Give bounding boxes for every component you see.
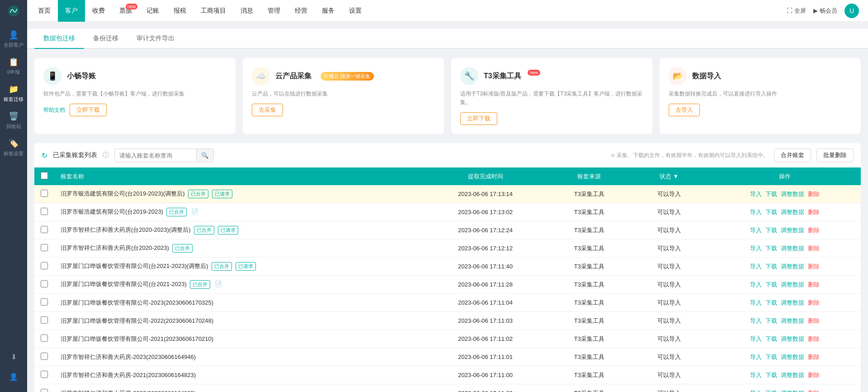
action-导入[interactable]: 导入 [750, 390, 762, 392]
sidebar-item-all-customer[interactable]: 👤 全部客户 [0, 25, 27, 53]
merge-btn[interactable]: 合并账套 [774, 148, 811, 162]
nav-item-message[interactable]: 消息 [233, 0, 260, 22]
action-调整数据[interactable]: 调整数据 [781, 335, 804, 342]
action-调整数据[interactable]: 调整数据 [781, 390, 804, 392]
nav-item-accounting[interactable]: 记账 [139, 0, 166, 22]
action-删除[interactable]: 删除 [808, 227, 820, 234]
action-下载[interactable]: 下载 [765, 317, 777, 324]
action-下载[interactable]: 下载 [765, 335, 777, 342]
nav-item-tax[interactable]: 报税 [166, 0, 193, 22]
nav-item-operation[interactable]: 经营 [288, 0, 315, 22]
action-删除[interactable]: 删除 [808, 390, 820, 392]
row-checkbox[interactable] [41, 389, 48, 392]
batch-delete-btn[interactable]: 批量删除 [816, 148, 854, 162]
search-input[interactable] [115, 152, 196, 159]
nav-item-fee[interactable]: 收费 [85, 0, 112, 22]
action-下载[interactable]: 下载 [765, 390, 777, 392]
action-调整数据[interactable]: 调整数据 [781, 281, 804, 288]
help-icon[interactable]: ⓘ [103, 151, 109, 159]
action-导入[interactable]: 导入 [750, 372, 762, 378]
nav-item-invoice[interactable]: 票据 new [112, 0, 139, 22]
row-checkbox[interactable] [41, 226, 48, 233]
row-checkbox[interactable] [41, 353, 48, 360]
action-删除[interactable]: 删除 [808, 317, 820, 324]
action-下载[interactable]: 下载 [765, 191, 777, 197]
action-调整数据[interactable]: 调整数据 [781, 263, 804, 270]
file-icon[interactable]: 📄 [191, 208, 198, 215]
action-调整数据[interactable]: 调整数据 [781, 191, 804, 197]
action-调整数据[interactable]: 调整数据 [781, 372, 804, 378]
action-下载[interactable]: 下载 [765, 227, 777, 234]
search-button[interactable]: 🔍 [196, 148, 213, 162]
tab-audit-export[interactable]: 审计文件导出 [127, 29, 184, 49]
action-调整数据[interactable]: 调整数据 [781, 354, 804, 360]
action-导入[interactable]: 导入 [750, 281, 762, 288]
action-删除[interactable]: 删除 [808, 299, 820, 306]
action-导入[interactable]: 导入 [750, 191, 762, 197]
action-调整数据[interactable]: 调整数据 [781, 209, 804, 215]
sidebar-item-recycle[interactable]: 🗑️ 回收站 [0, 107, 27, 134]
nav-item-settings[interactable]: 设置 [342, 0, 369, 22]
member-btn[interactable]: ▶ 畅会员 [813, 7, 837, 15]
action-删除[interactable]: 删除 [808, 209, 820, 215]
row-checkbox[interactable] [41, 208, 48, 215]
action-调整数据[interactable]: 调整数据 [781, 227, 804, 234]
row-checkbox[interactable] [41, 335, 48, 342]
file-icon[interactable]: 📄 [215, 281, 222, 287]
col-header-status[interactable]: 状态 ▼ [629, 167, 709, 185]
go-import-btn[interactable]: 去导入 [669, 104, 700, 116]
nav-item-home[interactable]: 首页 [31, 0, 58, 22]
sidebar-item-tag-settings[interactable]: 🏷️ 标签设置 [0, 134, 27, 161]
nav-item-service[interactable]: 服务 [315, 0, 342, 22]
t3-download-btn[interactable]: 立即下载 [460, 112, 497, 125]
row-checkbox[interactable] [41, 316, 48, 324]
nav-item-bizproject[interactable]: 工商项目 [193, 0, 233, 22]
action-导入[interactable]: 导入 [750, 317, 762, 324]
action-导入[interactable]: 导入 [750, 299, 762, 306]
action-导入[interactable]: 导入 [750, 335, 762, 342]
go-collect-btn[interactable]: 去采集 [252, 104, 283, 116]
action-导入[interactable]: 导入 [750, 227, 762, 234]
action-下载[interactable]: 下载 [765, 299, 777, 306]
sidebar-item-zero-report[interactable]: 📋 0申报 [0, 53, 27, 80]
action-删除[interactable]: 删除 [808, 281, 820, 288]
action-调整数据[interactable]: 调整数据 [781, 317, 804, 324]
action-调整数据[interactable]: 调整数据 [781, 245, 804, 252]
action-导入[interactable]: 导入 [750, 354, 762, 360]
help-doc-btn[interactable]: 帮助文档 [43, 106, 65, 114]
action-下载[interactable]: 下载 [765, 372, 777, 378]
row-checkbox[interactable] [41, 244, 48, 251]
refresh-icon[interactable]: ↻ [42, 151, 47, 160]
action-下载[interactable]: 下载 [765, 354, 777, 360]
action-删除[interactable]: 删除 [808, 372, 820, 378]
action-下载[interactable]: 下载 [765, 245, 777, 252]
action-删除[interactable]: 删除 [808, 191, 820, 197]
fullscreen-btn[interactable]: ⛶ 全屏 [787, 7, 806, 15]
action-导入[interactable]: 导入 [750, 245, 762, 252]
download-btn[interactable]: ⬇ [5, 349, 22, 365]
row-checkbox[interactable] [41, 190, 48, 197]
nav-item-customer[interactable]: 客户 [58, 0, 85, 22]
row-checkbox[interactable] [41, 371, 48, 378]
download-now-btn[interactable]: 立即下载 [70, 104, 107, 116]
select-all-checkbox[interactable] [41, 172, 48, 179]
action-删除[interactable]: 删除 [808, 335, 820, 342]
row-checkbox[interactable] [41, 280, 48, 287]
action-导入[interactable]: 导入 [750, 263, 762, 270]
action-删除[interactable]: 删除 [808, 245, 820, 252]
sidebar-item-account-migrate[interactable]: 📁 账套迁移 [0, 80, 27, 107]
action-下载[interactable]: 下载 [765, 281, 777, 288]
row-checkbox[interactable] [41, 262, 48, 269]
tab-backup-migrate[interactable]: 备份迁移 [84, 29, 127, 49]
action-删除[interactable]: 删除 [808, 263, 820, 270]
action-下载[interactable]: 下载 [765, 209, 777, 215]
user-btn[interactable]: 👤 [5, 368, 22, 385]
action-调整数据[interactable]: 调整数据 [781, 299, 804, 306]
tab-data-migrate[interactable]: 数据包迁移 [34, 29, 84, 49]
nav-item-manage[interactable]: 管理 [260, 0, 288, 22]
row-checkbox[interactable] [41, 298, 48, 306]
action-删除[interactable]: 删除 [808, 354, 820, 360]
action-下载[interactable]: 下载 [765, 263, 777, 270]
user-avatar[interactable]: U [844, 4, 859, 18]
action-导入[interactable]: 导入 [750, 209, 762, 215]
